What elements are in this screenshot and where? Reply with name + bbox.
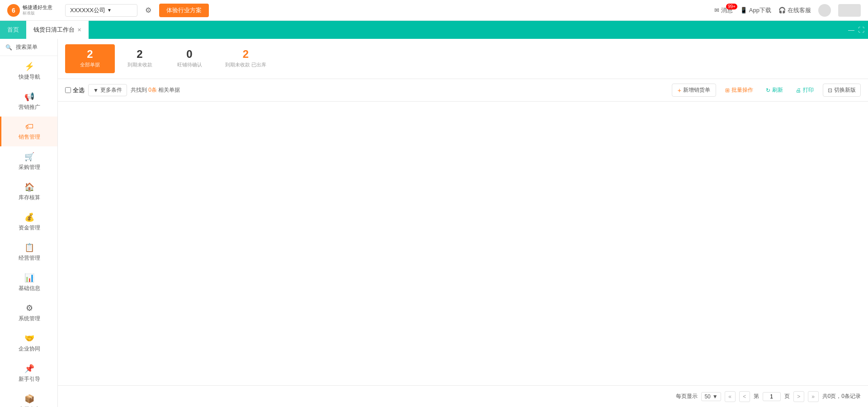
table-area (58, 102, 868, 385)
avatar[interactable] (818, 4, 831, 17)
card-overdue-label: 到期未收款 (127, 61, 152, 68)
prev-page-button[interactable]: < (739, 391, 750, 402)
company-selector[interactable]: XXXXXX公司 ▼ (65, 4, 137, 17)
page-label: 第 (754, 393, 759, 400)
last-page-button[interactable]: » (808, 391, 819, 402)
tab-home[interactable]: 首页 (0, 21, 26, 39)
app-download-button[interactable]: 📱 App下载 (740, 6, 771, 14)
sidebar-item-cooperation[interactable]: 🤝 企业协同 (0, 328, 57, 358)
sidebar-label-purchase: 采购管理 (19, 164, 40, 171)
switch-icon: ⊡ (828, 87, 832, 94)
apps-icon: 📦 (24, 394, 34, 404)
switch-label: 切换新版 (834, 86, 856, 94)
plus-icon: + (678, 87, 681, 94)
quick-nav-icon: ⚡ (24, 61, 34, 71)
sidebar: 🔍 搜索菜单 ⚡ 快捷导航 📢 营销推广 🏷 销售管理 🛒 采购管理 🏠 库存核… (0, 39, 58, 407)
card-all-label: 全部单据 (80, 61, 100, 68)
sidebar-item-marketing[interactable]: 📢 营销推广 (0, 86, 57, 117)
card-wangpu-label: 旺铺待确认 (177, 61, 202, 68)
print-button[interactable]: 🖨 打印 (792, 84, 817, 96)
card-overdue-number: 2 (137, 48, 142, 61)
add-btn-label: 新增销货单 (683, 86, 710, 94)
sidebar-item-inventory[interactable]: 🏠 库存核算 (0, 177, 57, 207)
sidebar-label-cooperation: 企业协同 (19, 345, 40, 353)
sidebar-item-operations[interactable]: 📋 经营管理 (0, 237, 57, 267)
total-records-label: 共0页，0条记录 (822, 393, 861, 400)
main-layout: 🔍 搜索菜单 ⚡ 快捷导航 📢 营销推广 🏷 销售管理 🛒 采购管理 🏠 库存核… (0, 39, 868, 407)
tab-minimize-icon[interactable]: — (848, 26, 854, 33)
found-text: 共找到 0条 相关单据 (131, 86, 180, 94)
card-shipped-number: 2 (243, 48, 249, 61)
toolbar-right: + 新增销货单 ⊞ 批量操作 ↻ 刷新 🖨 打印 ⊡ 切换新版 (672, 84, 861, 97)
sidebar-search[interactable]: 🔍 搜索菜单 (0, 39, 57, 56)
next-page-button[interactable]: > (793, 391, 804, 402)
message-button[interactable]: ✉ 消息 99+ (714, 6, 733, 14)
experience-button[interactable]: 体验行业方案 (159, 4, 209, 17)
purchase-icon: 🛒 (24, 152, 34, 162)
toolbar: 全选 ▼ 更多条件 共找到 0条 相关单据 + 新增销货单 ⊞ (58, 79, 868, 102)
tab-close-icon[interactable]: ✕ (77, 27, 81, 33)
nav-tabs-actions: — ⛶ (848, 26, 868, 33)
more-filter-button[interactable]: ▼ 更多条件 (88, 84, 127, 96)
found-count: 0条 (148, 87, 157, 93)
tab-home-label: 首页 (7, 26, 19, 34)
sidebar-item-apps[interactable]: 📦 应用中心 (0, 388, 57, 407)
card-shipped[interactable]: 2 到期未收款 已出库 (214, 44, 277, 73)
sidebar-label-system: 系统管理 (19, 315, 40, 323)
tab-cashflow[interactable]: 钱货日清工作台 ✕ (26, 21, 89, 39)
sidebar-item-system[interactable]: ⚙ 系统管理 (0, 298, 57, 328)
sidebar-label-inventory: 库存核算 (19, 194, 40, 201)
sidebar-item-sales[interactable]: 🏷 销售管理 (0, 117, 57, 146)
add-sales-button[interactable]: + 新增销货单 (672, 84, 716, 97)
batch-operation-button[interactable]: ⊞ 批量操作 (722, 84, 757, 96)
switch-version-button[interactable]: ⊡ 切换新版 (823, 84, 861, 97)
first-page-button[interactable]: « (725, 391, 736, 402)
app-download-icon: 📱 (740, 7, 747, 14)
found-suffix: 相关单据 (158, 87, 180, 93)
marketing-icon: 📢 (24, 92, 34, 102)
company-name: XXXXXX公司 (70, 6, 105, 14)
tab-cashflow-label: 钱货日清工作台 (33, 26, 75, 34)
found-prefix: 共找到 (131, 87, 147, 93)
sidebar-item-finance[interactable]: 💰 资金管理 (0, 207, 57, 237)
sidebar-item-basics[interactable]: 📊 基础信息 (0, 267, 57, 298)
message-icon: ✉ (714, 7, 719, 14)
sidebar-label-marketing: 营销推广 (19, 103, 40, 111)
print-label: 打印 (803, 86, 814, 94)
tab-maximize-icon[interactable]: ⛶ (858, 26, 864, 33)
card-wangpu[interactable]: 0 旺铺待确认 (165, 44, 214, 73)
summary-cards: 2 全部单据 2 到期未收款 0 旺铺待确认 2 到期未收款 已出库 (58, 39, 868, 79)
search-menu-label: 搜索菜单 (16, 43, 38, 51)
batch-label: 批量操作 (731, 86, 753, 94)
page-input[interactable] (763, 392, 781, 401)
inventory-icon: 🏠 (24, 182, 34, 192)
app-download-label: App下载 (749, 6, 771, 14)
sidebar-item-guide[interactable]: 📌 新手引导 (0, 358, 57, 388)
online-service-button[interactable]: 🎧 在线客服 (778, 6, 811, 14)
sidebar-label-quick-nav: 快捷导航 (19, 73, 40, 81)
message-badge: 99+ (726, 4, 737, 9)
basics-icon: 📊 (24, 273, 34, 283)
select-all-label: 全选 (73, 86, 85, 94)
select-all-input[interactable] (65, 87, 71, 93)
card-wangpu-number: 0 (186, 48, 192, 61)
username-display[interactable] (838, 4, 861, 17)
sidebar-label-sales: 销售管理 (19, 133, 40, 141)
sidebar-item-quick-nav[interactable]: ⚡ 快捷导航 (0, 56, 57, 86)
nav-tabs: 首页 钱货日清工作台 ✕ — ⛶ (0, 21, 868, 39)
card-all[interactable]: 2 全部单据 (65, 44, 115, 73)
select-all-checkbox[interactable]: 全选 (65, 86, 85, 94)
sidebar-label-finance: 资金管理 (19, 224, 40, 232)
per-page-select[interactable]: 50 ▼ (701, 392, 721, 401)
toolbar-left: 全选 ▼ 更多条件 共找到 0条 相关单据 (65, 84, 668, 96)
top-bar: 6 畅捷通好生意 标准版 XXXXXX公司 ▼ ⚙ 体验行业方案 ✉ 消息 99… (0, 0, 868, 21)
card-overdue[interactable]: 2 到期未收款 (115, 44, 165, 73)
settings-icon[interactable]: ⚙ (141, 3, 156, 18)
refresh-button[interactable]: ↻ 刷新 (762, 84, 787, 96)
system-icon: ⚙ (26, 303, 33, 313)
logo-icon: 6 (7, 4, 20, 17)
refresh-icon: ↻ (766, 87, 770, 94)
sidebar-item-purchase[interactable]: 🛒 采购管理 (0, 146, 57, 177)
online-service-label: 在线客服 (788, 6, 811, 14)
card-shipped-label: 到期未收款 已出库 (225, 61, 266, 68)
